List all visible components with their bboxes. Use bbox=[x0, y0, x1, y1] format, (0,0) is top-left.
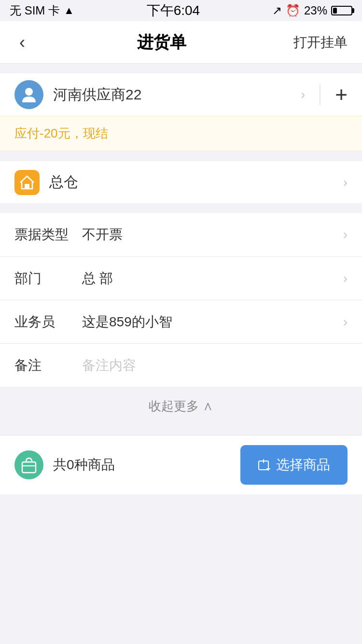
department-arrow-icon: › bbox=[343, 271, 348, 286]
product-icon bbox=[14, 450, 43, 479]
supplier-name: 河南供应商22 bbox=[53, 85, 301, 105]
department-value: 总 部 bbox=[82, 269, 343, 288]
supplier-avatar bbox=[14, 80, 43, 109]
battery-percent: 23% bbox=[304, 4, 327, 17]
supplier-row[interactable]: 河南供应商22 › + bbox=[0, 73, 362, 116]
shopping-bag-icon bbox=[20, 456, 38, 474]
invoice-type-label: 票据类型 bbox=[14, 225, 72, 244]
invoice-type-arrow-icon: › bbox=[343, 227, 348, 242]
back-button[interactable]: ‹ bbox=[14, 28, 30, 57]
select-product-label: 选择商品 bbox=[276, 456, 330, 474]
carrier-label: 无 SIM 卡 bbox=[10, 3, 60, 18]
notice-text: 应付-20元，现结 bbox=[14, 126, 108, 140]
alarm-icon: ⏰ bbox=[286, 4, 300, 17]
svg-point-0 bbox=[25, 88, 33, 96]
nav-bar: ‹ 进货单 打开挂单 bbox=[0, 21, 362, 64]
add-supplier-button[interactable]: + bbox=[335, 83, 348, 107]
supplier-card: 河南供应商22 › + 应付-20元，现结 bbox=[0, 73, 362, 151]
section-gap-1 bbox=[0, 64, 362, 73]
location-icon: ↗ bbox=[272, 4, 282, 17]
collapse-label: 收起更多 ∧ bbox=[149, 398, 213, 415]
select-product-button[interactable]: 选择商品 bbox=[240, 445, 348, 485]
salesperson-row[interactable]: 业务员 这是859的小智 › bbox=[0, 300, 362, 343]
form-card: 票据类型 不开票 › 部门 总 部 › 业务员 这是859的小智 › 备注 备注… bbox=[0, 213, 362, 387]
svg-rect-2 bbox=[25, 184, 29, 189]
salesperson-value: 这是859的小智 bbox=[82, 313, 343, 331]
warehouse-row[interactable]: 总仓 › bbox=[0, 161, 362, 203]
invoice-type-value: 不开票 bbox=[82, 225, 343, 244]
supplier-arrow-icon: › bbox=[301, 87, 305, 102]
open-pending-button[interactable]: 打开挂单 bbox=[293, 33, 348, 52]
remark-row[interactable]: 备注 备注内容 bbox=[0, 343, 362, 387]
warehouse-name: 总仓 bbox=[49, 172, 343, 192]
product-count-label: 共0种商品 bbox=[53, 456, 240, 474]
salesperson-arrow-icon: › bbox=[343, 314, 348, 330]
wifi-icon: ▲ bbox=[64, 4, 74, 17]
collapse-button[interactable]: 收起更多 ∧ bbox=[0, 387, 362, 425]
supplier-divider bbox=[320, 84, 320, 105]
house-icon bbox=[20, 175, 34, 190]
warehouse-icon bbox=[14, 170, 40, 195]
remark-placeholder[interactable]: 备注内容 bbox=[82, 356, 348, 375]
remark-label: 备注 bbox=[14, 356, 72, 375]
salesperson-label: 业务员 bbox=[14, 313, 72, 331]
status-bar: 无 SIM 卡 ▲ 下午6:04 ↗ ⏰ 23% bbox=[0, 0, 362, 21]
section-gap-4 bbox=[0, 425, 362, 435]
department-label: 部门 bbox=[14, 269, 72, 288]
status-right: ↗ ⏰ 23% bbox=[272, 4, 352, 17]
svg-rect-3 bbox=[22, 462, 36, 473]
warehouse-arrow-icon: › bbox=[343, 175, 348, 190]
bottom-background bbox=[0, 494, 362, 639]
page-title: 进货单 bbox=[137, 31, 186, 54]
department-row[interactable]: 部门 总 部 › bbox=[0, 256, 362, 300]
product-bar: 共0种商品 选择商品 bbox=[0, 435, 362, 494]
add-product-icon bbox=[258, 458, 271, 472]
section-gap-3 bbox=[0, 203, 362, 213]
notice-bar: 应付-20元，现结 bbox=[0, 116, 362, 151]
battery-icon bbox=[331, 6, 352, 15]
status-time: 下午6:04 bbox=[147, 1, 200, 20]
person-icon bbox=[20, 86, 38, 103]
warehouse-card: 总仓 › bbox=[0, 161, 362, 203]
status-left: 无 SIM 卡 ▲ bbox=[10, 3, 74, 18]
section-gap-2 bbox=[0, 151, 362, 161]
invoice-type-row[interactable]: 票据类型 不开票 › bbox=[0, 213, 362, 256]
